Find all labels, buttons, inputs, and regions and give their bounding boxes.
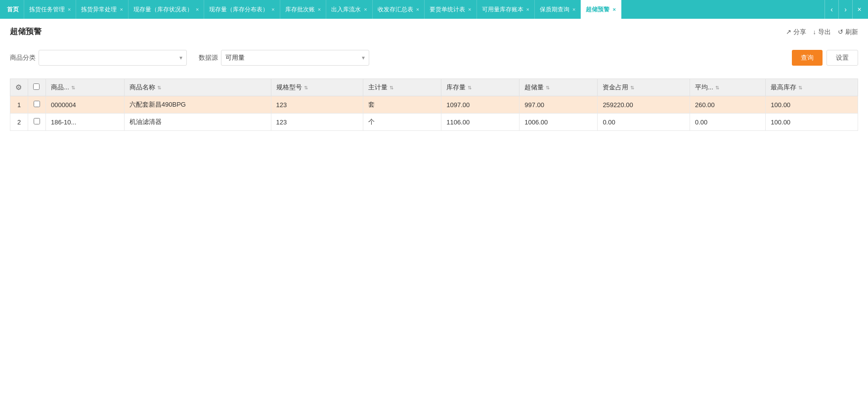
category-chevron-icon: ▾ [179,54,182,61]
sort-product-name-icon: ⇅ [157,85,161,90]
top-nav: 首页 拣货任务管理 × 拣货异常处理 × 现存量（库存状况表） × 现存量（库存… [0,0,868,19]
nav-tab-task-mgmt[interactable]: 拣货任务管理 × [24,0,76,19]
th-product-code-label: 商品... [51,83,69,92]
row-num-1: 1 [10,96,28,114]
nav-tab-inout-flow-label: 出入库流水 [331,5,361,14]
settings-button[interactable]: 设置 [826,50,858,66]
th-stock-qty-label: 库存量 [446,83,466,92]
nav-tab-order-stats-close[interactable]: × [468,6,471,12]
export-icon: ↓ [813,28,817,36]
th-capital-occupied-label: 资金占用 [603,83,628,92]
sort-max-stock-icon: ⇅ [798,85,802,90]
table-row: 1 0000004 六配套新昌490BPG 123 套 1097.00 997.… [10,96,858,114]
share-icon: ↗ [786,28,791,36]
nav-tab-collect-summary[interactable]: 收发存汇总表 × [373,0,425,19]
sort-capital-occupied-icon: ⇅ [630,85,634,90]
nav-tab-avail-ledger-close[interactable]: × [526,6,529,12]
table-header: ⚙ 商品... ⇅ 商品名称 ⇅ [10,79,858,96]
cell-spec-1: 123 [271,96,363,114]
refresh-button[interactable]: ↺ 刷新 [838,28,858,37]
nav-tab-inv-dist-close[interactable]: × [271,6,274,12]
th-avg: 平均... ⇅ [690,79,765,96]
nav-tab-order-stats-label: 要货单统计表 [430,5,465,14]
th-overstock-qty-sort[interactable]: 超储量 ⇅ [524,83,592,92]
header-actions: ↗ 分享 ↓ 导出 ↺ 刷新 [786,28,859,37]
th-unit-sort[interactable]: 主计量 ⇅ [368,83,436,92]
select-all-checkbox[interactable] [33,83,40,90]
nav-tab-home[interactable]: 首页 [2,0,24,19]
nav-tab-abnormal-close[interactable]: × [120,6,123,12]
nav-tab-inv-batch[interactable]: 库存批次账 × [280,0,326,19]
datasource-select[interactable]: 可用量 ▾ [221,50,369,66]
row-checkbox-1 [28,96,46,114]
cell-max-stock-1: 100.00 [766,96,858,114]
filter-bar: 商品分类 ▾ 数据源 可用量 ▾ 查询 设置 [10,45,858,71]
th-spec-sort[interactable]: 规格型号 ⇅ [276,83,358,92]
cell-avg-1: 260.00 [690,96,765,114]
nav-tab-overstock-warning[interactable]: 超储预警 × [581,0,621,19]
nav-tab-quality-check[interactable]: 保质期查询 × [535,0,581,19]
th-max-stock-label: 最高库存 [771,83,796,92]
th-stock-qty-sort[interactable]: 库存量 ⇅ [446,83,514,92]
nav-arrow-close[interactable]: × [852,0,866,19]
th-avg-label: 平均... [695,83,713,92]
nav-tab-inv-status-label: 现存量（库存状况表） [133,5,193,14]
row-checkbox-2 [28,114,46,131]
th-unit-label: 主计量 [368,83,388,92]
th-product-name-sort[interactable]: 商品名称 ⇅ [130,83,266,92]
th-max-stock-sort[interactable]: 最高库存 ⇅ [771,83,853,92]
cell-stock-qty-1: 1097.00 [441,96,520,114]
nav-tab-quality-check-close[interactable]: × [572,6,575,12]
th-avg-sort[interactable]: 平均... ⇅ [695,83,760,92]
datasource-select-value: 可用量 [225,53,245,62]
th-settings: ⚙ [10,79,28,96]
filter-category: 商品分类 ▾ [10,50,187,66]
nav-tab-task-mgmt-close[interactable]: × [68,6,71,12]
category-select[interactable]: ▾ [39,50,187,66]
sort-avg-icon: ⇅ [715,85,719,90]
query-button[interactable]: 查询 [792,50,823,66]
sort-overstock-qty-icon: ⇅ [546,85,550,90]
cell-capital-occupied-1: 259220.00 [598,96,690,114]
nav-tab-collect-summary-close[interactable]: × [416,6,419,12]
th-product-code-sort[interactable]: 商品... ⇅ [51,83,119,92]
nav-tab-task-mgmt-label: 拣货任务管理 [29,5,65,14]
nav-tab-inv-dist[interactable]: 现存量（库存分布表） × [204,0,280,19]
nav-tab-inv-status[interactable]: 现存量（库存状况表） × [129,0,204,19]
nav-tab-inv-batch-close[interactable]: × [318,6,321,12]
row-select-2[interactable] [34,118,40,124]
th-max-stock: 最高库存 ⇅ [766,79,858,96]
share-label: 分享 [793,28,806,37]
nav-tab-inout-flow-close[interactable]: × [364,6,367,12]
export-button[interactable]: ↓ 导出 [813,28,831,37]
gear-icon[interactable]: ⚙ [15,83,22,91]
cell-unit-2: 个 [363,114,441,131]
nav-arrow-right[interactable]: › [838,0,852,19]
datasource-label: 数据源 [199,53,218,62]
sort-stock-qty-icon: ⇅ [468,85,472,90]
th-capital-occupied-sort[interactable]: 资金占用 ⇅ [603,83,685,92]
refresh-icon: ↺ [838,28,843,36]
th-unit: 主计量 ⇅ [363,79,441,96]
share-button[interactable]: ↗ 分享 [786,28,806,37]
cell-stock-qty-2: 1106.00 [441,114,520,131]
datasource-chevron-icon: ▾ [362,54,365,61]
nav-tab-inv-status-close[interactable]: × [196,6,199,12]
nav-tab-overstock-warning-close[interactable]: × [612,6,615,12]
sort-unit-icon: ⇅ [390,85,393,90]
cell-overstock-qty-2: 1006.00 [520,114,598,131]
nav-tab-abnormal[interactable]: 拣货异常处理 × [76,0,128,19]
nav-tab-order-stats[interactable]: 要货单统计表 × [425,0,477,19]
nav-tab-avail-ledger[interactable]: 可用量库存账本 × [477,0,535,19]
nav-arrow-left[interactable]: ‹ [825,0,838,19]
cell-product-code-1: 0000004 [46,96,125,114]
row-select-1[interactable] [34,101,40,107]
nav-tab-inv-batch-label: 库存批次账 [285,5,315,14]
filter-datasource: 数据源 可用量 ▾ [199,50,369,66]
nav-tab-collect-summary-label: 收发存汇总表 [378,5,413,14]
nav-tab-inout-flow[interactable]: 出入库流水 × [326,0,372,19]
cell-max-stock-2: 100.00 [766,114,858,131]
th-spec-label: 规格型号 [276,83,302,92]
th-checkbox [28,79,46,96]
page-content: 超储预警 ↗ 分享 ↓ 导出 ↺ 刷新 商品分类 ▾ 数据源 [0,19,868,395]
